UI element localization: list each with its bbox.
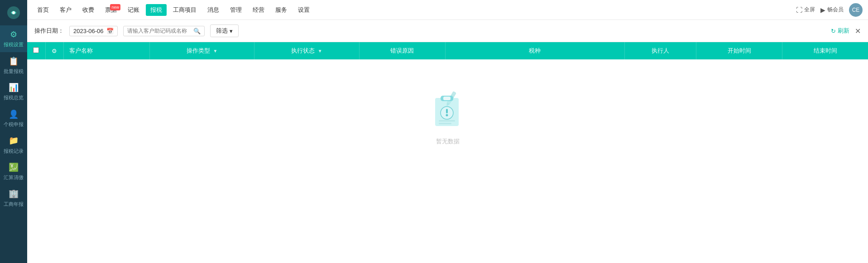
empty-illustration (425, 87, 470, 132)
table-body: 暂无数据 (27, 59, 868, 173)
col-end-time: 结束时间 (782, 42, 868, 59)
tax-records-icon: 📁 (9, 135, 19, 146)
refresh-label: 刷新 (838, 27, 849, 35)
batch-tax-icon: 📋 (9, 56, 19, 67)
sidebar-item-tax-settings-label: 报税设置 (4, 41, 24, 48)
svg-point-1 (12, 11, 15, 14)
col-error-reason: 错误原因 (359, 42, 445, 59)
empty-state: 暂无数据 (27, 59, 868, 173)
col-checkbox[interactable] (27, 42, 45, 59)
play-icon: ▶ (820, 6, 825, 14)
fullscreen-icon: ⛶ (796, 6, 802, 14)
invoice-new-badge: new (110, 4, 120, 10)
sidebar-item-personal-tax-label: 个税申报 (4, 121, 24, 128)
toolbar-right: ↻ 刷新 ✕ (831, 27, 861, 35)
svg-rect-12 (439, 123, 451, 124)
sidebar-item-settlement[interactable]: 💹 汇算清缴 (0, 158, 27, 185)
filter-button[interactable]: 筛选 ▾ (210, 24, 239, 37)
col-settings[interactable]: ⚙ (45, 42, 63, 59)
sidebar-item-tax-overview[interactable]: 📊 报税总览 (0, 78, 27, 105)
toolbar: 操作日期： 2023-06-06 📅 🔍 筛选 ▾ ↻ 刷新 ✕ (27, 20, 868, 42)
topnav-right: ⛶ 全屏 ▶ 畅会员 CE (796, 3, 863, 17)
close-icon: ✕ (855, 27, 861, 35)
empty-state-row: 暂无数据 (27, 59, 868, 173)
col-tax-type: 税种 (445, 42, 624, 59)
col-start-time: 开始时间 (696, 42, 782, 59)
calendar-icon: 📅 (106, 28, 114, 34)
sort-status-icon: ▼ (318, 49, 322, 54)
svg-rect-11 (439, 120, 455, 122)
sort-operation-icon: ▼ (213, 49, 217, 54)
nav-billing[interactable]: 收费 (78, 4, 99, 16)
sidebar-logo (5, 4, 23, 22)
select-all-checkbox[interactable] (33, 47, 39, 53)
member-button[interactable]: ▶ 畅会员 (820, 6, 844, 14)
sidebar-item-tax-overview-label: 报税总览 (4, 94, 24, 101)
sidebar-item-batch-tax-label: 批量报税 (4, 68, 24, 75)
settlement-icon: 💹 (9, 162, 19, 173)
svg-rect-9 (446, 109, 448, 113)
user-initials: CE (852, 7, 860, 13)
settings-icon: ⚙ (52, 48, 57, 54)
topnav: 首页 客户 收费 票据 new 记账 报税 工商项目 消息 (27, 0, 868, 20)
search-box[interactable]: 🔍 (123, 26, 205, 36)
tax-settings-icon: ⚙ (10, 29, 17, 40)
sidebar-item-tax-records[interactable]: 📁 报税记录 (0, 132, 27, 158)
empty-state-cell: 暂无数据 (27, 59, 868, 173)
col-exec-status[interactable]: 执行状态 ▼ (254, 42, 359, 59)
fullscreen-label: 全屏 (804, 6, 815, 14)
sidebar-item-tax-settings[interactable]: ⚙ 报税设置 (0, 25, 27, 52)
date-value: 2023-06-06 (73, 28, 104, 34)
sidebar-item-batch-tax[interactable]: 📋 批量报税 (0, 52, 27, 79)
nav-finance[interactable]: 经营 (248, 4, 269, 16)
nav-home[interactable]: 首页 (33, 4, 53, 16)
svg-point-10 (446, 114, 448, 117)
chevron-down-icon: ▾ (230, 28, 233, 34)
date-picker[interactable]: 2023-06-06 📅 (69, 26, 118, 36)
sidebar-item-tax-records-label: 报税记录 (4, 148, 24, 155)
filter-label: 筛选 (216, 27, 228, 35)
table-header-row: ⚙ 客户名称 操作类型 ▼ 执行状态 ▼ (27, 42, 868, 59)
user-avatar[interactable]: CE (849, 3, 863, 17)
refresh-icon: ↻ (831, 28, 836, 34)
nav-business[interactable]: 工商项目 (168, 4, 201, 16)
tax-overview-icon: 📊 (9, 82, 19, 93)
nav-service[interactable]: 服务 (271, 4, 292, 16)
nav-tax[interactable]: 报税 (146, 4, 167, 16)
sidebar: ⚙ 报税设置 📋 批量报税 📊 报税总览 👤 个税申报 📁 报税记录 💹 汇算清… (0, 0, 27, 263)
sidebar-item-settlement-label: 汇算清缴 (4, 174, 24, 181)
personal-tax-icon: 👤 (9, 109, 19, 120)
member-label: 畅会员 (827, 6, 844, 14)
col-customer-name: 客户名称 (63, 42, 149, 59)
main-table: ⚙ 客户名称 操作类型 ▼ 执行状态 ▼ (27, 42, 868, 173)
sidebar-item-personal-tax[interactable]: 👤 个税申报 (0, 105, 27, 132)
search-input[interactable] (127, 28, 191, 34)
annual-report-icon: 🏢 (9, 188, 19, 200)
empty-text: 暂无数据 (436, 137, 460, 146)
col-operation-type[interactable]: 操作类型 ▼ (149, 42, 254, 59)
topnav-items: 首页 客户 收费 票据 new 记账 报税 工商项目 消息 (33, 4, 796, 16)
sidebar-item-annual-report[interactable]: 🏢 工商年报 (0, 185, 27, 211)
nav-messages[interactable]: 消息 (203, 4, 224, 16)
nav-customer[interactable]: 客户 (55, 4, 76, 16)
nav-account[interactable]: 记账 (123, 4, 144, 16)
col-executor: 执行人 (624, 42, 696, 59)
date-label: 操作日期： (34, 27, 64, 35)
nav-settings[interactable]: 设置 (293, 4, 314, 16)
sidebar-item-annual-report-label: 工商年报 (4, 201, 24, 208)
refresh-button[interactable]: ↻ 刷新 (831, 27, 849, 35)
content: 操作日期： 2023-06-06 📅 🔍 筛选 ▾ ↻ 刷新 ✕ (27, 20, 868, 263)
nav-management[interactable]: 管理 (225, 4, 246, 16)
search-icon: 🔍 (193, 28, 201, 34)
main-area: 首页 客户 收费 票据 new 记账 报税 工商项目 消息 (27, 0, 868, 263)
table-container: ⚙ 客户名称 操作类型 ▼ 执行状态 ▼ (27, 42, 868, 263)
nav-invoice[interactable]: 票据 new (101, 4, 121, 16)
fullscreen-button[interactable]: ⛶ 全屏 (796, 6, 815, 14)
svg-rect-7 (443, 97, 451, 100)
close-button[interactable]: ✕ (855, 27, 861, 35)
